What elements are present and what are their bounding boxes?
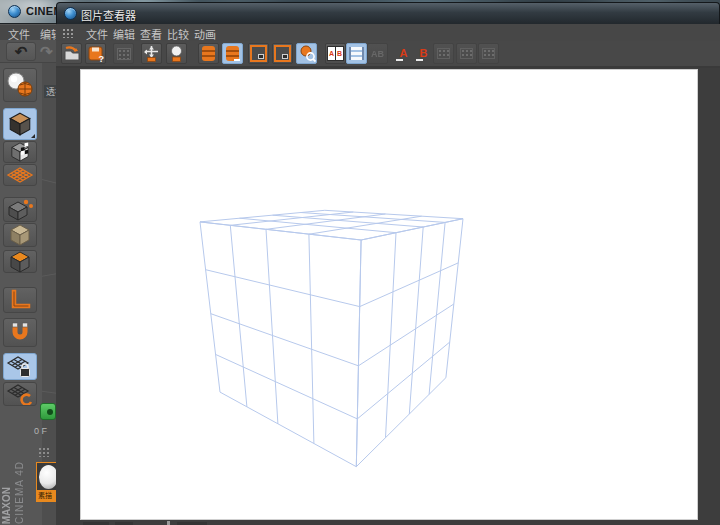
layout-grid-icon <box>117 48 131 60</box>
snap-grid-button[interactable] <box>3 382 37 406</box>
render-canvas[interactable] <box>81 70 697 519</box>
workplane-snap-icon <box>6 384 34 405</box>
redo-button[interactable]: ↷ <box>40 43 53 61</box>
extra-tool-1-icon <box>437 48 450 59</box>
desktop: CINEMA 文件 编辑 ↶ ↷ <box>0 0 720 525</box>
magnet-icon <box>8 321 32 345</box>
checker-cube-button[interactable] <box>3 141 37 163</box>
toggle-dot <box>47 409 53 415</box>
cinema4d-logo-icon <box>8 5 21 18</box>
ab-split-icon: A B <box>327 46 344 61</box>
filmstrip-icon <box>349 47 364 60</box>
snap-magnet-button[interactable] <box>3 318 37 347</box>
extra-tool-2-button[interactable] <box>456 43 477 64</box>
pv-menu-view[interactable]: 查看 <box>140 26 162 42</box>
undo-button[interactable]: ↶ <box>6 42 36 61</box>
picture-viewer-menubar: 文件 编辑 查看 比较 动画 <box>56 24 720 41</box>
array-button[interactable] <box>3 164 37 186</box>
extra-tool-3-icon <box>482 48 495 59</box>
picture-viewer-content <box>56 68 720 525</box>
cube-icon <box>7 112 33 136</box>
add-cube-button[interactable] <box>3 108 37 140</box>
animation-play-toggle[interactable] <box>40 403 56 420</box>
picture-viewer-window: 图片查看器 文件 编辑 查看 比较 动画 <box>56 2 720 525</box>
cube-wireframe <box>81 70 697 519</box>
workplane-lock-icon <box>6 355 34 378</box>
pan-tool-button[interactable] <box>141 43 162 64</box>
plain-cube-button[interactable] <box>3 223 37 247</box>
set-a-button[interactable]: A <box>393 43 414 64</box>
filmstrip-button[interactable] <box>346 43 367 64</box>
zoom-tool-button[interactable] <box>166 43 187 64</box>
fit-image-icon <box>250 45 267 62</box>
histogram-button[interactable] <box>198 43 219 64</box>
layout-grid-button[interactable] <box>113 43 134 64</box>
brand-cinema4d: CINEMA 4D <box>14 461 25 524</box>
compare-ab-button[interactable]: A B <box>325 43 346 64</box>
flyout-indicator <box>31 134 35 138</box>
pv-menu-edit[interactable]: 编辑 <box>113 26 135 42</box>
panel-grid-icon[interactable] <box>62 28 75 38</box>
picture-viewer-titlebar[interactable]: 图片查看器 <box>56 2 720 24</box>
status-tick <box>167 521 170 525</box>
zoom-100-button[interactable] <box>296 43 317 64</box>
open-folder-icon <box>63 46 81 62</box>
zoom-ball-icon <box>168 45 185 62</box>
save-image-button[interactable]: ? <box>85 43 106 64</box>
picture-viewer-icon <box>64 7 77 20</box>
pv-menu-file[interactable]: 文件 <box>86 26 108 42</box>
redo-icon: ↷ <box>40 43 53 60</box>
minus-badge <box>234 59 240 61</box>
plain-cube-icon <box>7 224 33 246</box>
fit-image-button[interactable] <box>248 43 269 64</box>
histogram-alt-button[interactable] <box>222 43 243 64</box>
channel-b-icon: B <box>420 48 428 59</box>
status-strip <box>81 521 281 525</box>
fit-screen-button[interactable] <box>272 43 293 64</box>
ab-sequence-icon: AB <box>371 49 384 59</box>
extra-tool-2-icon <box>460 48 473 59</box>
picture-viewer-title: 图片查看器 <box>81 7 136 23</box>
pv-menu-anim[interactable]: 动画 <box>194 26 216 42</box>
axis-tool-button[interactable] <box>3 287 37 313</box>
histogram-icon <box>202 46 215 61</box>
undo-icon: ↶ <box>7 43 35 61</box>
pv-menu-compare[interactable]: 比较 <box>167 26 189 42</box>
lock-grid-button[interactable] <box>3 353 37 380</box>
ab-sequence-button[interactable]: AB <box>367 43 388 64</box>
instance-cube-icon <box>7 199 33 221</box>
extra-tool-1-button[interactable] <box>433 43 454 64</box>
render-sphere-icon <box>5 71 35 99</box>
channel-a-icon: A <box>400 48 408 59</box>
orange-top-cube-icon <box>7 251 33 273</box>
brand-maxon: MAXON <box>1 487 12 524</box>
brand-watermark: MAXON CINEMA 4D <box>1 420 27 524</box>
array-grid-icon <box>6 166 34 184</box>
render-view-button[interactable] <box>3 68 37 102</box>
orange-top-cube-button[interactable] <box>3 250 37 273</box>
save-badge: ? <box>99 54 105 64</box>
instance-cube-button[interactable] <box>3 197 37 222</box>
picture-viewer-toolbar: ? <box>56 41 720 68</box>
open-image-button[interactable] <box>61 43 82 64</box>
set-b-button[interactable]: B <box>413 43 434 64</box>
extra-tool-3-button[interactable] <box>478 43 499 64</box>
pan-arrows-icon <box>143 45 160 62</box>
fit-screen-icon <box>274 45 291 62</box>
frame-counter: 0 F <box>34 426 47 436</box>
panel-grip-icon[interactable] <box>38 447 51 457</box>
checker-cube-icon <box>8 142 32 162</box>
zoom-100-icon <box>298 45 316 62</box>
axis-l-icon <box>8 289 32 311</box>
